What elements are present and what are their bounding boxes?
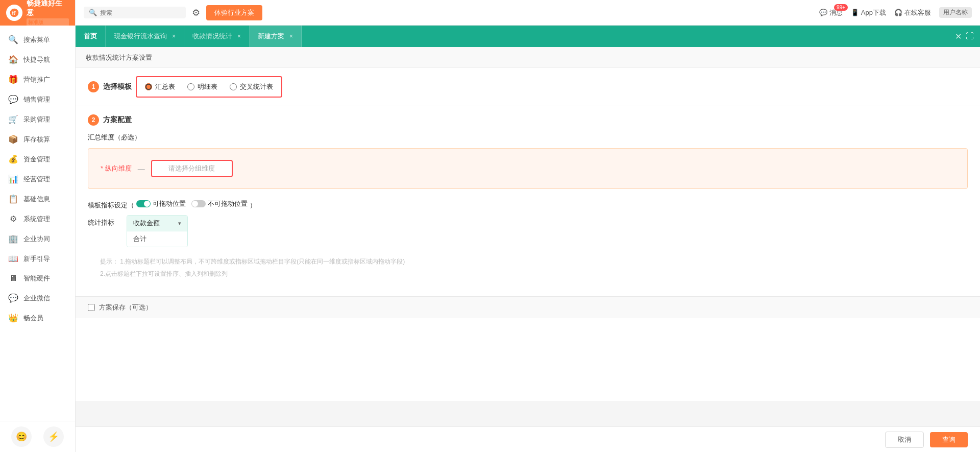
bank-flow-close-icon[interactable]: × — [172, 33, 176, 40]
sidebar-item-system[interactable]: ⚙ 系统管理 — [0, 209, 75, 229]
user-display[interactable]: 用户名称 — [939, 7, 972, 18]
settings-icon[interactable]: ⚙ — [192, 7, 200, 18]
new-plan-close-icon[interactable]: × — [289, 33, 293, 40]
sidebar-item-label: 基础信息 — [23, 195, 50, 204]
radio-summary[interactable]: 汇总表 — [145, 82, 175, 91]
sidebar-item-label: 畅会员 — [23, 314, 43, 323]
bank-flow-tab-label: 现金银行流水查询 — [114, 32, 167, 41]
radio-summary-input[interactable] — [145, 83, 152, 90]
tip-line2: 2.点击标题栏下拉可设置排序、插入列和删除列 — [100, 268, 955, 280]
receipt-stats-tab-label: 收款情况统计 — [192, 32, 232, 41]
topbar: 🔍 ⚙ 体验行业方案 💬 消息 99+ 📱 App下载 🎧 在线客服 用户名称 — [76, 0, 980, 26]
sidebar-item-sales[interactable]: 💬 销售管理 — [0, 89, 75, 109]
step2-section: 2 方案配置 汇总维度（必选） * 纵向维度 — 请选择分组维度 — [76, 106, 980, 296]
step1-section: 1 选择模板 汇总表 明细表 — [76, 68, 980, 106]
vertical-dim-label: * 纵向维度 — [101, 164, 132, 173]
tips-section: 提示： 1.拖动标题栏可以调整布局，不可跨维度或指标区域拖动栏目字段(只能在同一… — [88, 247, 968, 288]
sidebar-item-purchase[interactable]: 🛒 采购管理 — [0, 109, 75, 129]
sidebar-logo: 好 畅捷通好生意 标准版 — [0, 0, 75, 26]
radio-detail[interactable]: 明细表 — [187, 82, 217, 91]
sidebar-bottom-btn-right[interactable]: ⚡ — [43, 426, 64, 447]
page-inner: 收款情况统计方案设置 1 选择模板 汇总表 — [76, 47, 980, 401]
search-menu-icon: 🔍 — [8, 35, 18, 44]
sidebar-item-label: 新手引导 — [23, 254, 50, 264]
page-content: 收款情况统计方案设置 1 选择模板 汇总表 — [76, 47, 980, 426]
radio-cross[interactable]: 交叉统计表 — [230, 82, 273, 91]
summary-dims-label: 汇总维度（必选） — [88, 133, 968, 142]
metrics-section: 模板指标设定（ 可拖动位置 不可拖动位置 — [88, 199, 968, 247]
dims-area: * 纵向维度 — 请选择分组维度 — [88, 148, 968, 189]
topbar-right: 💬 消息 99+ 📱 App下载 🎧 在线客服 用户名称 — [819, 7, 972, 18]
sidebar-item-finance[interactable]: 💰 资金管理 — [0, 149, 75, 169]
receipt-stats-close-icon[interactable]: × — [237, 33, 241, 40]
inventory-icon: 📦 — [8, 134, 18, 144]
sidebar-bottom-btn-left[interactable]: 😊 — [11, 426, 32, 447]
sidebar-item-label: 企业微信 — [23, 294, 50, 303]
sidebar-item-guide[interactable]: 📖 新手引导 — [0, 249, 75, 269]
sidebar-item-label: 企业协同 — [23, 234, 50, 244]
sidebar-item-marketing[interactable]: 🎁 营销推广 — [0, 69, 75, 89]
industry-btn[interactable]: 体验行业方案 — [206, 5, 262, 20]
topbar-search-box[interactable]: 🔍 — [84, 7, 186, 18]
sidebar-item-search-menu[interactable]: 🔍 搜索菜单 — [0, 30, 75, 50]
message-btn[interactable]: 💬 消息 99+ — [819, 8, 843, 17]
stats-label: 统计指标 — [88, 215, 118, 230]
sidebar-item-quick-nav[interactable]: 🏠 快捷导航 — [0, 50, 75, 69]
member-icon: 👑 — [8, 313, 18, 323]
query-button[interactable]: 查询 — [930, 432, 968, 447]
page-header: 收款情况统计方案设置 — [76, 47, 980, 68]
sidebar-item-operation[interactable]: 📊 经营管理 — [0, 169, 75, 189]
sidebar-item-label: 搜索菜单 — [23, 35, 50, 44]
message-icon: 💬 — [819, 9, 827, 16]
tab-new-plan[interactable]: 新建方案 × — [250, 26, 302, 47]
metric-col-label: 收款金额 — [133, 219, 160, 228]
step2-title: 方案配置 — [103, 115, 132, 125]
main-area: 🔍 ⚙ 体验行业方案 💬 消息 99+ 📱 App下载 🎧 在线客服 用户名称 … — [76, 0, 980, 452]
sidebar-bottom: 😊 ⚡ — [0, 421, 75, 452]
svg-text:好: 好 — [11, 10, 16, 15]
wechat-icon: 💬 — [8, 293, 18, 303]
sidebar-item-member[interactable]: 👑 畅会员 — [0, 308, 75, 328]
tab-bank-flow[interactable]: 现金银行流水查询 × — [106, 26, 184, 47]
tab-home[interactable]: 首页 — [76, 26, 106, 47]
radio-detail-input[interactable] — [187, 83, 194, 90]
sidebar-item-basic-info[interactable]: 📋 基础信息 — [0, 189, 75, 209]
dim-placeholder-btn[interactable]: 请选择分组维度 — [151, 160, 233, 177]
cancel-button[interactable]: 取消 — [885, 432, 924, 448]
sidebar-item-corp[interactable]: 🏢 企业协同 — [0, 229, 75, 249]
download-btn[interactable]: 📱 App下载 — [851, 8, 886, 17]
metrics-layout: 统计指标 收款金额 ▾ 合计 — [88, 215, 968, 247]
system-icon: ⚙ — [8, 214, 18, 224]
hardware-icon: 🖥 — [8, 274, 18, 283]
sidebar-item-label: 营销推广 — [23, 75, 50, 84]
guide-icon: 📖 — [8, 254, 18, 264]
metric-header-receipt[interactable]: 收款金额 ▾ — [127, 216, 187, 231]
save-label: 方案保存（可选） — [99, 303, 152, 312]
close-all-icon[interactable]: ✕ — [955, 32, 962, 41]
sidebar-item-wechat[interactable]: 💬 企业微信 — [0, 288, 75, 308]
operation-icon: 📊 — [8, 174, 18, 184]
new-plan-tab-label: 新建方案 — [258, 32, 284, 41]
sidebar-item-inventory[interactable]: 📦 库存核算 — [0, 129, 75, 149]
radio-cross-input[interactable] — [230, 83, 237, 90]
tab-bar: 首页 现金银行流水查询 × 收款情况统计 × 新建方案 × ✕ ⛶ — [76, 26, 980, 47]
expand-icon[interactable]: ⛶ — [966, 32, 974, 41]
metrics-grid: 收款金额 ▾ 合计 — [127, 215, 188, 247]
tabs-right-controls: ✕ ⛶ — [955, 32, 980, 41]
sales-icon: 💬 — [8, 94, 18, 104]
logo-icon: 好 — [6, 5, 22, 21]
quick-nav-icon: 🏠 — [8, 55, 18, 64]
service-btn[interactable]: 🎧 在线客服 — [894, 8, 931, 17]
not-draggable-label: 不可拖动位置 — [208, 199, 248, 208]
step1-title: 选择模板 — [103, 82, 132, 91]
sidebar-item-hardware[interactable]: 🖥 智能硬件 — [0, 269, 75, 288]
tab-receipt-stats[interactable]: 收款情况统计 × — [184, 26, 250, 47]
search-icon: 🔍 — [89, 9, 97, 16]
search-input[interactable] — [100, 9, 172, 16]
sidebar-item-label: 采购管理 — [23, 115, 50, 124]
sidebar: 好 畅捷通好生意 标准版 🔍 搜索菜单 🏠 快捷导航 🎁 营销推广 💬 销售管理… — [0, 0, 76, 452]
download-label: App下载 — [861, 8, 886, 17]
save-checkbox[interactable] — [88, 304, 95, 311]
chevron-down-icon[interactable]: ▾ — [178, 220, 181, 227]
service-label: 在线客服 — [904, 8, 931, 17]
